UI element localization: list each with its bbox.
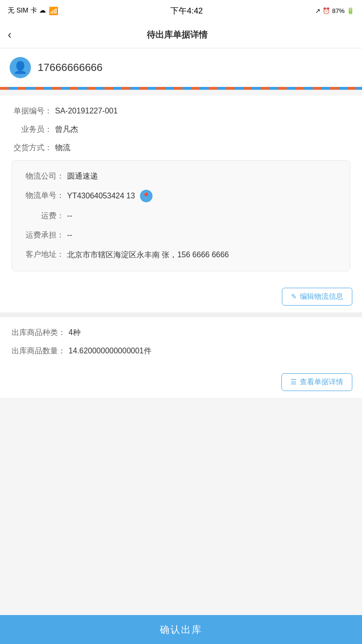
bottom-area: 确认出库 [0, 615, 362, 644]
sales-rep-value: 曾凡杰 [55, 124, 350, 135]
section-separator-1 [0, 312, 362, 317]
customer-address-value: 北京市市辖区海淀区永丰南 张，156 6666 6666 [67, 249, 338, 261]
freight-value: -- [67, 210, 338, 222]
view-detail-btn-row: ☰ 查看单据详情 [0, 366, 362, 398]
freight-bearer-value: -- [67, 229, 338, 241]
delivery-method-value: 物流 [55, 142, 350, 154]
sim-status: 无 SIM 卡 ☁ [8, 6, 46, 15]
list-icon: ☰ [291, 378, 297, 386]
user-icon: 👤 [13, 61, 28, 74]
order-no-value: SA-20191227-001 [55, 105, 350, 117]
customer-phone: 17666666666 [38, 61, 103, 74]
edit-logistics-btn-row: ✎ 编辑物流信息 [0, 281, 362, 312]
page-title: 待出库单据详情 [17, 29, 337, 41]
customer-address-label: 客户地址： [24, 249, 67, 260]
goods-quantity-value: 14.620000000000001件 [69, 345, 350, 357]
delivery-method-row: 交货方式： 物流 [12, 142, 350, 154]
status-bar-right: ↗ ⏰ 87% 🔋 [315, 7, 354, 14]
delivery-method-label: 交货方式： [12, 142, 55, 154]
edit-logistics-label: 编辑物流信息 [300, 292, 343, 301]
order-info-section: 单据编号： SA-20191227-001 业务员： 曾凡杰 交货方式： 物流 … [0, 96, 362, 281]
logistics-company-value: 圆通速递 [67, 170, 338, 182]
location-status-icon: ↗ [315, 7, 320, 14]
status-bar: 无 SIM 卡 ☁ 📶 下午4:42 ↗ ⏰ 87% 🔋 [0, 0, 362, 21]
freight-bearer-label: 运费承担： [24, 229, 67, 241]
logistics-card: 物流公司： 圆通速递 物流单号： YT43064053424 13 📍 运费： … [12, 160, 350, 271]
tracking-location-button[interactable]: 📍 [140, 190, 153, 202]
order-no-row: 单据编号： SA-20191227-001 [12, 105, 350, 117]
view-detail-label: 查看单据详情 [300, 378, 343, 387]
map-pin-icon: 📍 [142, 191, 150, 201]
tracking-no-label: 物流单号： [24, 190, 67, 201]
dashed-divider [0, 87, 362, 90]
tracking-no-row: 物流单号： YT43064053424 13 📍 [24, 190, 338, 202]
freight-label: 运费： [24, 210, 67, 222]
logistics-company-label: 物流公司： [24, 170, 67, 182]
section-separator-2 [0, 398, 362, 485]
back-button[interactable]: ‹ [8, 28, 12, 42]
freight-row: 运费： -- [24, 210, 338, 222]
status-bar-time: 下午4:42 [170, 5, 203, 16]
customer-address-row: 客户地址： 北京市市辖区海淀区永丰南 张，156 6666 6666 [24, 249, 338, 261]
battery-level: 87% [332, 7, 345, 14]
goods-section: 出库商品种类： 4种 出库商品数量： 14.620000000000001件 [0, 317, 362, 366]
view-detail-button[interactable]: ☰ 查看单据详情 [281, 373, 352, 391]
goods-types-row: 出库商品种类： 4种 [12, 327, 350, 338]
tracking-no-value: YT43064053424 13 [67, 190, 135, 202]
order-no-label: 单据编号： [12, 105, 55, 117]
goods-types-label: 出库商品种类： [12, 327, 69, 338]
confirm-outbound-button[interactable]: 确认出库 [0, 615, 362, 644]
tracking-row: YT43064053424 13 📍 [67, 190, 153, 202]
customer-header: 👤 17666666666 [0, 48, 362, 87]
status-bar-left: 无 SIM 卡 ☁ 📶 [8, 6, 58, 15]
avatar: 👤 [10, 57, 31, 78]
alarm-icon: ⏰ [322, 7, 330, 14]
edit-logistics-button[interactable]: ✎ 编辑物流信息 [282, 288, 352, 306]
nav-bar: ‹ 待出库单据详情 [0, 21, 362, 48]
wifi-icon: 📶 [49, 6, 58, 15]
freight-bearer-row: 运费承担： -- [24, 229, 338, 241]
goods-quantity-row: 出库商品数量： 14.620000000000001件 [12, 345, 350, 357]
goods-types-value: 4种 [69, 327, 350, 338]
sales-rep-label: 业务员： [12, 124, 55, 135]
goods-quantity-label: 出库商品数量： [12, 345, 69, 357]
logistics-company-row: 物流公司： 圆通速递 [24, 170, 338, 182]
battery-icon: 🔋 [347, 7, 354, 14]
sales-rep-row: 业务员： 曾凡杰 [12, 124, 350, 135]
edit-icon: ✎ [291, 293, 297, 300]
